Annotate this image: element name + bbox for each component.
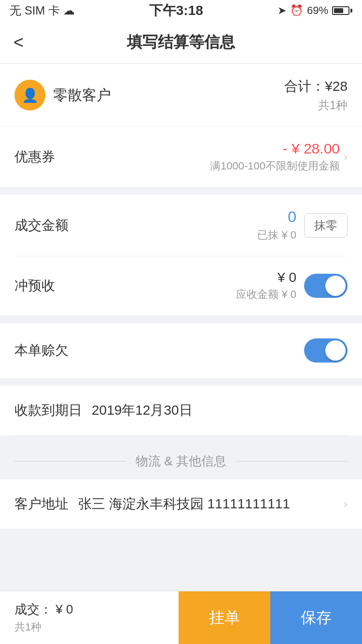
location-icon: ➤ [278,4,286,17]
debt-toggle-knob [325,340,346,361]
due-date-label: 收款到期日 [14,401,82,420]
alarm-icon: ⏰ [290,4,303,17]
content: 👤 零散客户 合计：¥28 共1种 优惠券 - ¥ 28.00 满1000-10… [0,64,362,587]
coupon-amount-col: - ¥ 28.00 满1000-100不限制使用金额 [210,140,340,173]
status-time: 下午3:18 [149,1,203,20]
pre-receive-row: 冲预收 ¥ 0 应收金额 ¥ 0 [14,256,348,315]
hold-button[interactable]: 挂单 [179,591,270,644]
transaction-label: 成交金额 [14,216,69,235]
bottom-deal: 成交： ¥ 0 [14,601,164,618]
customer-left: 👤 零散客户 [14,80,111,111]
transaction-sub: 已抹 ¥ 0 [257,228,296,242]
bottom-count: 共1种 [14,620,164,634]
logistics-label: 物流 & 其他信息 [136,453,226,470]
coupon-row[interactable]: 优惠券 - ¥ 28.00 满1000-100不限制使用金额 › [0,126,362,187]
logistics-divider: 物流 & 其他信息 [0,443,362,479]
debt-label: 本单赊欠 [14,341,69,360]
back-button[interactable]: < [14,32,24,53]
divider-line-left [14,461,126,462]
page-title: 填写结算等信息 [127,32,235,53]
address-section: 客户地址 张三 海淀永丰科技园 11111111111 › [0,479,362,529]
battery-percent: 69% [307,4,328,17]
toggle-knob [325,276,346,296]
deal-amount: ¥ 0 [56,602,73,616]
bottom-bar: 成交： ¥ 0 共1种 挂单 保存 [0,591,362,644]
battery-icon [332,6,352,15]
transaction-input[interactable] [258,208,296,226]
customer-section: 👤 零散客户 合计：¥28 共1种 优惠券 - ¥ 28.00 满1000-10… [0,64,362,187]
nav-bar: < 填写结算等信息 [0,21,362,64]
pre-amount: ¥ 0 [236,270,296,285]
due-date-value: 2019年12月30日 [92,401,193,420]
status-right: ➤ ⏰ 69% [278,4,352,17]
coupon-right: - ¥ 28.00 满1000-100不限制使用金额 › [210,140,348,173]
avatar-icon: 👤 [22,87,39,103]
chevron-right-icon: › [344,150,348,164]
address-label: 客户地址 [14,495,69,513]
avatar: 👤 [14,80,45,111]
debt-section: 本单赊欠 [0,323,362,378]
bottom-info: 成交： ¥ 0 共1种 [0,601,179,634]
pre-receive-toggle[interactable] [304,274,348,298]
coupon-amount: - ¥ 28.00 [210,140,340,157]
deal-label: 成交： [14,602,52,616]
customer-right: 合计：¥28 共1种 [284,77,348,113]
pre-right: ¥ 0 应收金额 ¥ 0 [236,270,348,302]
pre-sub: 应收金额 ¥ 0 [236,287,296,302]
transaction-amount-col: 已抹 ¥ 0 [257,208,296,242]
status-bar: 无 SIM 卡 ☁ 下午3:18 ➤ ⏰ 69% [0,0,362,21]
divider-line-right [236,461,348,462]
coupon-label: 优惠券 [14,148,55,166]
address-row[interactable]: 客户地址 张三 海淀永丰科技园 11111111111 › [14,479,348,529]
coupon-desc: 满1000-100不限制使用金额 [210,159,340,173]
total-count: 共1种 [284,98,348,113]
address-value: 张三 海淀永丰科技园 11111111111 [78,495,344,513]
due-date-row[interactable]: 收款到期日 2019年12月30日 [14,386,348,435]
status-left: 无 SIM 卡 ☁ [10,3,75,18]
sim-label: 无 SIM 卡 ☁ [10,3,75,18]
pre-amount-col: ¥ 0 应收金额 ¥ 0 [236,270,296,302]
transaction-right: 已抹 ¥ 0 抹零 [257,208,348,242]
due-date-section: 收款到期日 2019年12月30日 [0,386,362,435]
customer-name: 零散客户 [53,85,111,105]
transaction-row: 成交金额 已抹 ¥ 0 抹零 [14,195,348,256]
debt-row: 本单赊欠 [14,323,348,378]
save-button[interactable]: 保存 [270,591,362,644]
transaction-section: 成交金额 已抹 ¥ 0 抹零 冲预收 ¥ 0 应收金额 ¥ 0 [0,195,362,315]
total-amount: 合计：¥28 [284,77,348,96]
customer-row: 👤 零散客户 合计：¥28 共1种 [0,64,362,126]
address-chevron-icon: › [344,497,348,511]
round-button[interactable]: 抹零 [304,213,348,238]
debt-toggle[interactable] [304,338,348,363]
pre-receive-label: 冲预收 [14,277,55,295]
